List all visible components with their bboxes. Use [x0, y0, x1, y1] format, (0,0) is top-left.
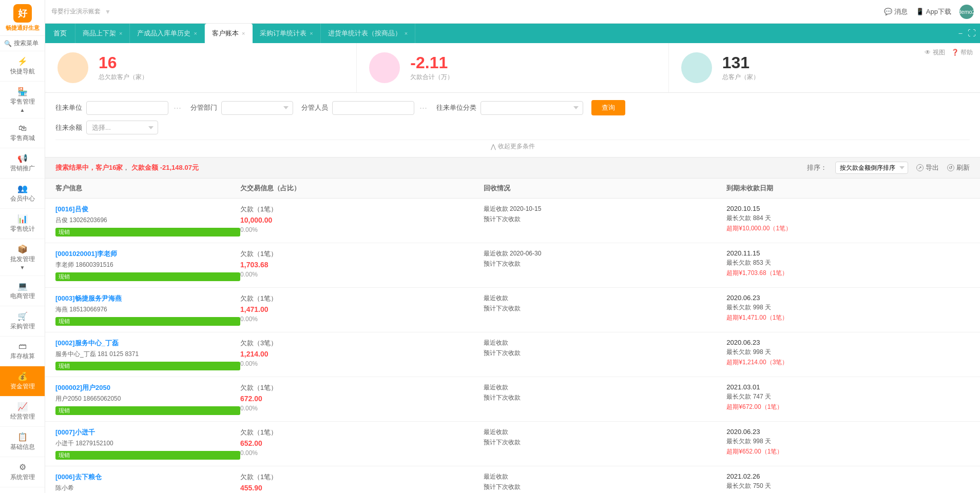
overdue-link-1[interactable]: 超期¥1,703.68（1笔） — [726, 269, 970, 278]
app-download-btn[interactable]: 📱 App下载 — [916, 7, 951, 16]
customer-name-3[interactable]: [0002]服务中心_丁磊 — [55, 339, 240, 348]
customer-badge-0: 现销 — [55, 228, 240, 236]
table-container: 客户信息 欠交易信息（占比） 回收情况 到期未收款日期 [0016]吕俊 吕俊 … — [45, 179, 980, 493]
tab-import-stats[interactable]: 进货单统计表（按商品） × — [321, 24, 415, 43]
overdue-link-0[interactable]: 超期¥10,000.00（1笔） — [726, 224, 970, 233]
sidebar-item-inventory[interactable]: 🗃 库存核算 — [0, 337, 45, 366]
from-unit-dots[interactable]: ··· — [172, 103, 182, 113]
business-label: 经营管理 — [10, 412, 35, 421]
table-row: [0003]畅捷服务尹海燕 海燕 18513066976 现销 欠款（1笔） 1… — [45, 288, 980, 332]
manager-input[interactable] — [332, 101, 414, 115]
overdue-link-2[interactable]: 超期¥1,471.00（1笔） — [726, 313, 970, 322]
tab-customer-account[interactable]: 客户账本 × — [205, 24, 253, 43]
sidebar-item-wholesale-mgmt[interactable]: 📦 批发管理 ▼ — [0, 239, 45, 276]
phone-icon: 📱 — [916, 8, 924, 15]
from-unit-input[interactable] — [86, 101, 168, 115]
tab-product-history[interactable]: 产成品入库单历史 × — [130, 24, 204, 43]
results-info: 搜索结果中，客户16家， 欠款金额 -21,148.07元 — [55, 163, 199, 172]
debt-amount-6[interactable]: 455.90 — [240, 484, 484, 492]
balance-select[interactable]: 选择... — [86, 121, 158, 134]
tab-import-stats-close[interactable]: × — [405, 30, 408, 36]
payback-info-6: 最近收款 预计下次收款 — [484, 472, 727, 491]
sidebar-item-sys-mgmt[interactable]: ⚙ 系统管理 — [0, 457, 45, 487]
tab-product-history-close[interactable]: × — [194, 30, 197, 36]
filter-unit-type: 往来单位分类 — [436, 101, 583, 115]
user-avatar[interactable]: demo2 — [959, 5, 974, 19]
export-btn[interactable]: ↗ 导出 — [916, 163, 939, 172]
view-btn[interactable]: 👁 视图 — [925, 48, 945, 57]
sidebar-search[interactable]: 🔍 搜索菜单 — [0, 36, 45, 51]
overdue-link-3[interactable]: 超期¥1,214.00（3笔） — [726, 358, 970, 367]
debt-amount-5[interactable]: 652.00 — [240, 439, 484, 447]
minimize-icon[interactable]: － — [956, 28, 965, 39]
debt-amount-3[interactable]: 1,214.00 — [240, 350, 484, 358]
sidebar-item-purchase[interactable]: 🛒 采购管理 — [0, 306, 45, 337]
tab-product-off[interactable]: 商品上下架 × — [75, 24, 130, 43]
manager-dots[interactable]: ··· — [418, 103, 428, 113]
sidebar-item-quick-nav[interactable]: ⚡ 快捷导航 — [0, 51, 45, 82]
overdue-link-4[interactable]: 超期¥672.00（1笔） — [726, 403, 970, 411]
debt-amount-1[interactable]: 1,703.68 — [240, 261, 484, 269]
help-btn[interactable]: ❓ 帮助 — [951, 48, 973, 57]
sidebar-item-basic-info[interactable]: 📋 基础信息 — [0, 427, 45, 457]
sidebar-item-finance[interactable]: 💰 资金管理 — [0, 366, 45, 397]
customer-name-1[interactable]: [0001020001]李老师 — [55, 249, 240, 259]
message-btn[interactable]: 💬 消息 — [884, 7, 908, 16]
retail-mgmt-icon: 🏪 — [17, 87, 28, 96]
customer-name-6[interactable]: [0006]去下粮仓 — [55, 472, 240, 482]
chevron-up-icon: ⋀ — [491, 143, 496, 150]
customer-badge-1: 现销 — [55, 272, 240, 281]
maximize-icon[interactable]: ⛶ — [968, 29, 976, 38]
overdue-link-5[interactable]: 超期¥652.00（1笔） — [726, 447, 970, 456]
tab-product-off-close[interactable]: × — [119, 30, 122, 36]
sys-mgmt-icon: ⚙ — [19, 462, 26, 472]
sidebar-item-ecommerce[interactable]: 💻 电商管理 — [0, 276, 45, 306]
tab-purchase-order-close[interactable]: × — [310, 30, 313, 36]
topbar-left: 母婴行业演示账套 ▼ — [51, 7, 111, 16]
overdue-info-4: 2021.03.01 最长欠款 747 天 超期¥672.00（1笔） — [726, 383, 970, 411]
sidebar-item-business[interactable]: 📈 经营管理 — [0, 397, 45, 427]
sidebar-item-enterprise[interactable]: 🤝 企业协同 — [0, 487, 45, 493]
search-button[interactable]: 查询 — [591, 100, 625, 115]
sidebar-item-retail-stats[interactable]: 📊 零售统计 — [0, 209, 45, 239]
overdue-days-6: 最长欠款 750 天 — [726, 482, 970, 490]
debt-percent-0: 0.00% — [240, 226, 484, 233]
dept-select[interactable] — [221, 101, 293, 115]
customer-badge-2: 现销 — [55, 317, 240, 326]
quick-nav-label: 快捷导航 — [10, 67, 35, 76]
customer-name-2[interactable]: [0003]畅捷服务尹海燕 — [55, 294, 240, 303]
retail-mall-icon: 🛍 — [18, 124, 27, 133]
tab-home[interactable]: 首页 — [45, 24, 75, 43]
next-payment-1: 预计下次收款 — [484, 260, 727, 268]
sidebar-item-marketing[interactable]: 📢 营销推广 — [0, 148, 45, 179]
owed-customers-info: 16 总欠款客户（家） — [99, 54, 148, 82]
topbar: 母婴行业演示账套 ▼ 💬 消息 📱 App下载 demo2 — [45, 0, 980, 24]
tab-purchase-order[interactable]: 采购订单统计表 × — [253, 24, 320, 43]
unit-type-select[interactable] — [481, 101, 583, 115]
debt-amount-4[interactable]: 672.00 — [240, 395, 484, 403]
customer-name-4[interactable]: [000002]用户2050 — [55, 383, 240, 392]
results-bar: 搜索结果中，客户16家， 欠款金额 -21,148.07元 排序： 按欠款金额倒… — [45, 157, 980, 179]
customer-name-0[interactable]: [0016]吕俊 — [55, 205, 240, 214]
table-row: [0001020001]李老师 李老师 18600391516 现销 欠款（1笔… — [45, 243, 980, 288]
customer-phone-3: 服务中心_丁磊 181 0125 8371 — [55, 350, 240, 359]
overdue-days-5: 最长欠款 998 天 — [726, 437, 970, 446]
debt-amount-2[interactable]: 1,471.00 — [240, 305, 484, 313]
overdue-days-4: 最长欠款 747 天 — [726, 392, 970, 401]
customer-name-5[interactable]: [0007]小迸千 — [55, 428, 240, 437]
table-row: [0016]吕俊 吕俊 13026203696 现销 欠款（1笔） 10,000… — [45, 199, 980, 243]
sidebar-logo[interactable]: 好 畅捷通好生意 — [0, 0, 45, 36]
collapse-btn[interactable]: ⋀ 收起更多条件 — [55, 140, 970, 153]
overdue-date-3: 2020.06.23 — [726, 339, 970, 346]
sort-select[interactable]: 按欠款金额倒序排序 — [835, 162, 908, 174]
sidebar-item-member-center[interactable]: 👥 会员中心 — [0, 179, 45, 209]
next-payment-3: 预计下次收款 — [484, 349, 727, 358]
collapse-label: 收起更多条件 — [498, 142, 535, 151]
debt-amount-0[interactable]: 10,000.00 — [240, 216, 484, 224]
refresh-btn[interactable]: ↺ 刷新 — [947, 163, 970, 172]
debt-info-5: 欠款（1笔） 652.00 0.00% — [240, 428, 484, 457]
sidebar-item-retail-mgmt[interactable]: 🏪 零售管理 ▲ — [0, 82, 45, 119]
tab-customer-account-close[interactable]: × — [242, 30, 245, 36]
sidebar-item-retail-mall[interactable]: 🛍 零售商城 — [0, 119, 45, 148]
overdue-info-1: 2020.11.15 最长欠款 853 天 超期¥1,703.68（1笔） — [726, 249, 970, 278]
